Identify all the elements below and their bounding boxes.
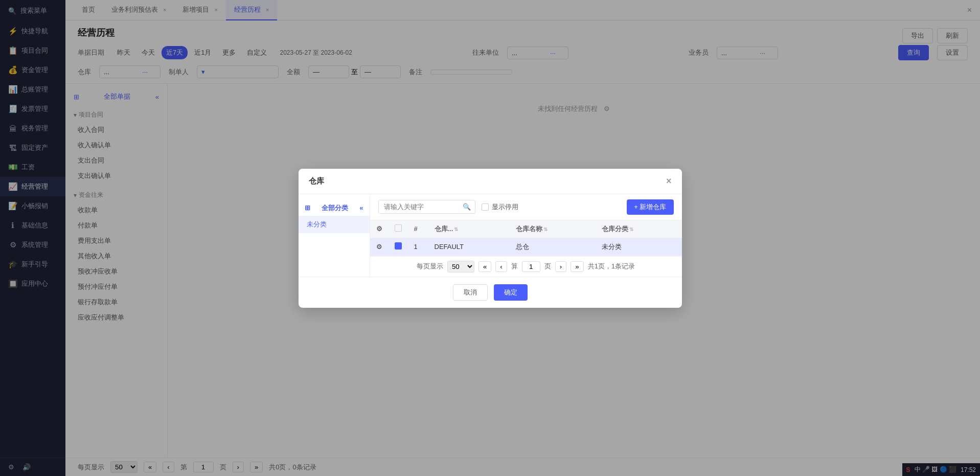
- modal-pagination: 每页显示 50100 « ‹ 算 页 › » 共1页，1条记录: [370, 256, 682, 277]
- modal-page-size-label: 每页显示: [417, 262, 443, 271]
- show-disabled-checkbox[interactable]: [482, 203, 489, 211]
- show-disabled-option[interactable]: 显示停用: [482, 202, 518, 212]
- cancel-button[interactable]: 取消: [453, 284, 488, 301]
- modal-collapse-icon[interactable]: «: [359, 204, 363, 212]
- modal-prev-btn[interactable]: ‹: [495, 261, 507, 272]
- modal-left-items: 未分类: [299, 216, 370, 233]
- modal-page-suffix: 页: [544, 262, 551, 271]
- add-warehouse-button[interactable]: + 新增仓库: [627, 199, 673, 215]
- modal-col-settings[interactable]: ⚙: [370, 220, 389, 238]
- modal-col-category[interactable]: 仓库分类⇅: [596, 220, 681, 238]
- row-check[interactable]: [389, 238, 408, 256]
- modal-col-name[interactable]: 仓库名称⇅: [510, 220, 596, 238]
- row-code: DEFAULT: [428, 238, 510, 256]
- modal-footer: 取消 确定: [299, 277, 682, 308]
- col-code-label: 仓库...⇅: [435, 225, 459, 233]
- modal-header: 仓库 ×: [299, 169, 682, 194]
- select-all-checkbox[interactable]: [395, 224, 402, 232]
- modal-left-panel: ⊞ 全部分类 « 未分类: [299, 194, 370, 277]
- modal-table-head: ⚙ # 仓库...⇅ 仓库名称⇅ 仓库分类⇅: [370, 220, 682, 238]
- row-category: 未分类: [596, 238, 681, 256]
- modal-col-num: #: [408, 220, 428, 238]
- modal-last-btn[interactable]: »: [571, 261, 583, 272]
- col-name-label: 仓库名称⇅: [516, 225, 548, 233]
- modal-category-item[interactable]: 未分类: [299, 216, 370, 233]
- col-category-label: 仓库分类⇅: [602, 225, 633, 233]
- modal-total: 共1页，1条记录: [588, 262, 635, 271]
- modal-col-code[interactable]: 仓库...⇅: [428, 220, 510, 238]
- modal-close-icon[interactable]: ×: [666, 176, 672, 187]
- modal-search-input[interactable]: [379, 200, 459, 213]
- row-gear-icon: ⚙: [376, 243, 382, 251]
- modal-all-category-icon: ⊞: [305, 204, 310, 212]
- modal-toolbar: 🔍 显示停用 + 新增仓库: [370, 194, 682, 220]
- modal-search-icon[interactable]: 🔍: [459, 200, 475, 213]
- modal-body: ⊞ 全部分类 « 未分类 🔍 显示停用: [299, 194, 682, 277]
- modal-next-btn[interactable]: ›: [555, 261, 566, 272]
- modal-table-row[interactable]: ⚙ 1 DEFAULT 总仓 未分类: [370, 238, 682, 256]
- modal-table: ⚙ # 仓库...⇅ 仓库名称⇅ 仓库分类⇅: [370, 220, 682, 256]
- warehouse-modal: 仓库 × ⊞ 全部分类 « 未分类 🔍: [299, 169, 682, 308]
- modal-right-panel: 🔍 显示停用 + 新增仓库 ⚙: [370, 194, 682, 277]
- modal-col-check[interactable]: [389, 220, 408, 238]
- modal-page-input[interactable]: [522, 261, 540, 272]
- modal-table-area: ⚙ # 仓库...⇅ 仓库名称⇅ 仓库分类⇅: [370, 220, 682, 256]
- gear-icon: ⚙: [376, 225, 382, 233]
- modal-all-category-label: 全部分类: [322, 203, 348, 213]
- modal-page-label: 算: [511, 262, 518, 271]
- modal-category-header[interactable]: ⊞ 全部分类 «: [299, 200, 370, 216]
- row-settings[interactable]: ⚙: [370, 238, 389, 256]
- confirm-button[interactable]: 确定: [494, 284, 528, 301]
- modal-page-size-select[interactable]: 50100: [447, 261, 474, 273]
- modal-overlay[interactable]: 仓库 × ⊞ 全部分类 « 未分类 🔍: [0, 0, 980, 476]
- modal-table-body: ⚙ 1 DEFAULT 总仓 未分类: [370, 238, 682, 256]
- row-num: 1: [408, 238, 428, 256]
- row-checkbox[interactable]: [395, 242, 402, 250]
- show-disabled-label: 显示停用: [492, 202, 518, 212]
- row-name: 总仓: [510, 238, 596, 256]
- modal-search-box[interactable]: 🔍: [378, 200, 475, 214]
- modal-title: 仓库: [309, 176, 324, 186]
- modal-first-btn[interactable]: «: [478, 261, 491, 272]
